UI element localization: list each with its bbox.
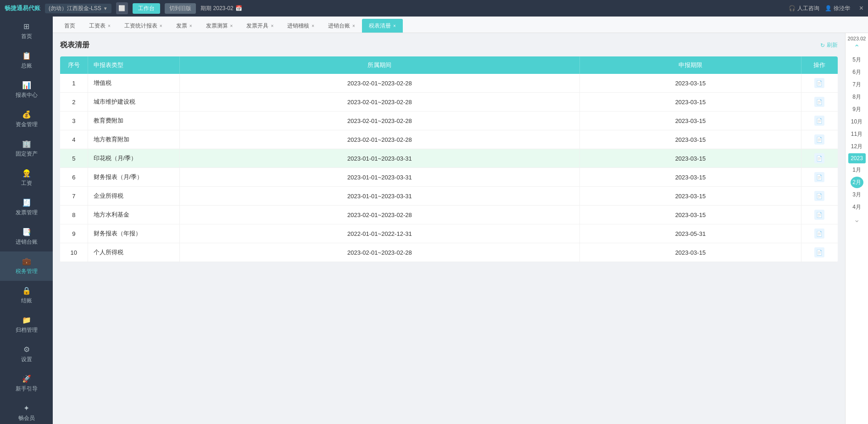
sidebar-item-newbie[interactable]: 🚀 新手引导 bbox=[0, 369, 53, 398]
ledger-icon: 📋 bbox=[22, 51, 31, 60]
month-5[interactable]: 5月 bbox=[848, 54, 866, 66]
close-tab-tax-list[interactable]: × bbox=[393, 23, 396, 28]
sidebar-item-reports[interactable]: 📊 报表中心 bbox=[0, 75, 53, 105]
sidebar-item-tax-mgmt[interactable]: 💼 税务管理 bbox=[0, 251, 53, 281]
close-tab-salary[interactable]: × bbox=[108, 23, 111, 28]
year-2023-label[interactable]: 2023 bbox=[848, 153, 866, 163]
tab-salary-stats[interactable]: 工资统计报表 × bbox=[117, 19, 169, 33]
cell-type: 印花税（月/季） bbox=[88, 149, 179, 168]
ai-service-button[interactable]: 🎧 人工咨询 bbox=[789, 5, 819, 12]
sidebar-item-inout-ledger[interactable]: 📑 进销台账 bbox=[0, 222, 53, 251]
month-9[interactable]: 9月 bbox=[848, 104, 866, 115]
sidebar-item-settings[interactable]: ⚙ 设置 bbox=[0, 340, 53, 369]
sidebar-item-ledger[interactable]: 📋 总账 bbox=[0, 46, 53, 75]
month-8[interactable]: 8月 bbox=[848, 91, 866, 103]
cell-deadline: 2023-03-15 bbox=[580, 206, 801, 224]
user-menu[interactable]: 👤 徐泾华 bbox=[825, 5, 850, 12]
table-row: 10 个人所得税 2023-02-01~2023-02-28 2023-03-1… bbox=[60, 243, 838, 262]
cell-action: 📄 bbox=[801, 187, 838, 206]
newbie-icon: 🚀 bbox=[22, 374, 31, 383]
month-11[interactable]: 11月 bbox=[848, 128, 866, 140]
month-2-active[interactable]: 2月 bbox=[851, 177, 863, 188]
cell-action: 📄 bbox=[801, 243, 838, 262]
file-action-icon[interactable]: 📄 bbox=[814, 247, 824, 257]
sidebar-item-assets[interactable]: 🏢 固定资产 bbox=[0, 134, 53, 163]
close-tab-invoice-calc[interactable]: × bbox=[230, 23, 233, 28]
cell-deadline: 2023-03-15 bbox=[580, 187, 801, 206]
close-tab-inout-check[interactable]: × bbox=[312, 23, 314, 28]
close-icon[interactable]: × bbox=[859, 4, 863, 12]
sidebar-item-funds[interactable]: 💰 资金管理 bbox=[0, 105, 53, 134]
file-action-icon[interactable]: 📄 bbox=[814, 134, 824, 145]
company-selector[interactable]: (勿动）江西股金-LSS ▼ bbox=[45, 4, 111, 13]
cell-deadline: 2023-05-31 bbox=[580, 224, 801, 243]
salary-icon: 👷 bbox=[22, 169, 31, 178]
tab-tax-list[interactable]: 税表清册 × bbox=[362, 19, 403, 33]
tab-home[interactable]: 首页 bbox=[57, 19, 82, 33]
tab-invoice-open[interactable]: 发票开具 × bbox=[239, 19, 280, 33]
month-4[interactable]: 4月 bbox=[848, 201, 866, 213]
sidebar-item-close[interactable]: 🔒 结账 bbox=[0, 281, 53, 310]
cell-period: 2023-02-01~2023-02-28 bbox=[179, 112, 580, 130]
cell-no: 1 bbox=[60, 74, 88, 93]
switch-old-button[interactable]: 切到旧版 bbox=[165, 3, 196, 14]
workbench-button[interactable]: 工作台 bbox=[133, 3, 160, 14]
close-tab-inout-ledger[interactable]: × bbox=[352, 23, 355, 28]
table-row: 4 地方教育附加 2023-02-01~2023-02-28 2023-03-1… bbox=[60, 130, 838, 149]
tab-salary[interactable]: 工资表 × bbox=[82, 19, 117, 33]
refresh-button[interactable]: ↻ 刷新 bbox=[820, 41, 838, 49]
month-6[interactable]: 6月 bbox=[848, 67, 866, 78]
file-action-icon[interactable]: 📄 bbox=[814, 172, 824, 182]
cell-type: 财务报表（月/季） bbox=[88, 168, 179, 187]
cell-no: 2 bbox=[60, 93, 88, 112]
file-action-icon[interactable]: 📄 bbox=[814, 78, 824, 88]
period-display: 2023.02 bbox=[848, 36, 866, 41]
table-row: 3 教育费附加 2023-02-01~2023-02-28 2023-03-15… bbox=[60, 112, 838, 130]
table-row: 6 财务报表（月/季） 2023-01-01~2023-03-31 2023-0… bbox=[60, 168, 838, 187]
file-action-icon[interactable]: 📄 bbox=[814, 229, 824, 239]
company-name: (勿动）江西股金-LSS bbox=[49, 5, 101, 12]
sidebar-item-vip[interactable]: ✦ 畅会员 bbox=[0, 398, 53, 424]
cell-deadline: 2023-03-15 bbox=[580, 74, 801, 93]
file-action-icon[interactable]: 📄 bbox=[814, 191, 824, 201]
close-tab-salary-stats[interactable]: × bbox=[160, 23, 162, 28]
month-10[interactable]: 10月 bbox=[848, 116, 866, 128]
close-tab-invoice[interactable]: × bbox=[189, 23, 192, 28]
cell-deadline: 2023-03-15 bbox=[580, 93, 801, 112]
month-12[interactable]: 12月 bbox=[848, 141, 866, 152]
calendar-icon[interactable]: 📅 bbox=[235, 5, 242, 11]
cell-deadline: 2023-03-15 bbox=[580, 243, 801, 262]
file-action-icon[interactable]: 📄 bbox=[814, 210, 824, 220]
sidebar-label-reports: 报表中心 bbox=[16, 91, 38, 99]
month-3[interactable]: 3月 bbox=[848, 189, 866, 201]
sidebar-item-home[interactable]: ⊞ 首页 bbox=[0, 17, 53, 46]
month-7[interactable]: 7月 bbox=[848, 79, 866, 90]
copy-icon[interactable]: ⬜ bbox=[116, 2, 128, 14]
tab-inout-ledger[interactable]: 进销台账 × bbox=[321, 19, 362, 33]
sidebar-item-invoice-mgmt[interactable]: 🧾 发票管理 bbox=[0, 193, 53, 222]
sidebar-item-archive[interactable]: 📁 归档管理 bbox=[0, 310, 53, 340]
cell-action: 📄 bbox=[801, 74, 838, 93]
sidebar-item-salary[interactable]: 👷 工资 bbox=[0, 163, 53, 193]
cell-no: 7 bbox=[60, 187, 88, 206]
close-tab-invoice-open[interactable]: × bbox=[271, 23, 273, 28]
month-1[interactable]: 1月 bbox=[848, 164, 866, 176]
tab-inout-check[interactable]: 进销稽核 × bbox=[280, 19, 321, 33]
scroll-up-button[interactable]: ⌃ bbox=[854, 43, 860, 52]
sidebar-label-vip: 畅会员 bbox=[18, 414, 35, 422]
tab-invoice[interactable]: 发票 × bbox=[169, 19, 199, 33]
cell-period: 2023-01-01~2023-03-31 bbox=[179, 187, 580, 206]
sidebar-label-settings: 设置 bbox=[21, 356, 32, 363]
scroll-down-button[interactable]: ⌄ bbox=[854, 215, 860, 224]
cell-period: 2023-01-01~2023-03-31 bbox=[179, 168, 580, 187]
file-action-icon[interactable]: 📄 bbox=[814, 97, 824, 107]
file-action-icon[interactable]: 📄 bbox=[814, 153, 824, 163]
tax-table: 序号 申报表类型 所属期间 申报期限 操作 1 增值税 2023-02-01~2… bbox=[60, 56, 838, 262]
sidebar-label-invoice-mgmt: 发票管理 bbox=[16, 209, 38, 217]
table-row: 1 增值税 2023-02-01~2023-02-28 2023-03-15 📄 bbox=[60, 74, 838, 93]
file-action-icon[interactable]: 📄 bbox=[814, 116, 824, 126]
sidebar: ⊞ 首页 📋 总账 📊 报表中心 💰 资金管理 🏢 固定资产 👷 工资 🧾 发票… bbox=[0, 17, 53, 424]
tab-invoice-calc[interactable]: 发票测算 × bbox=[199, 19, 240, 33]
settings-icon: ⚙ bbox=[23, 345, 30, 354]
cell-action: 📄 bbox=[801, 224, 838, 243]
